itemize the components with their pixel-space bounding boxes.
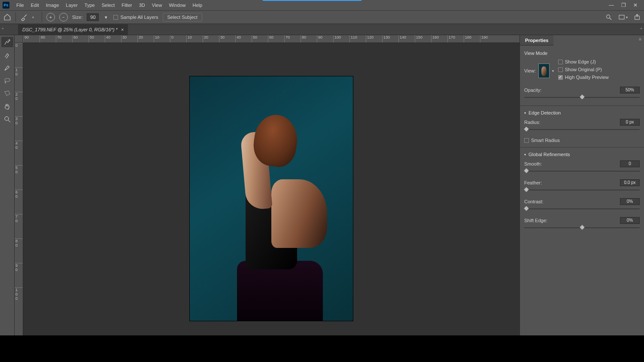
menu-3d[interactable]: 3D [136, 3, 149, 8]
svg-point-5 [5, 117, 9, 121]
view-dropdown-icon[interactable]: ▾ [552, 69, 554, 73]
shift-edge-slider[interactable] [524, 226, 640, 230]
radius-label: Radius: [524, 120, 540, 125]
select-subject-button[interactable]: Select Subject [163, 13, 202, 21]
size-dropdown-icon[interactable]: ▾ [103, 13, 109, 21]
document-tab[interactable]: DSC_1799.NEF @ 25% (Layer 0, RGB/16*) * … [18, 24, 128, 35]
global-refinements-section[interactable]: ▾Global Refinements [524, 152, 640, 157]
smart-radius-label: Smart Radius [531, 138, 560, 143]
show-edge-label: Show Edge (J) [565, 59, 596, 64]
show-original-checkbox[interactable]: Show Original (P) [558, 67, 640, 72]
svg-point-0 [607, 15, 610, 18]
properties-panel: ≡ Properties View Mode View: ▾ Show Edge… [519, 35, 644, 362]
hq-preview-label: High Quality Preview [565, 75, 609, 80]
bottom-strip [0, 335, 644, 362]
menu-image[interactable]: Image [43, 3, 63, 8]
feather-value[interactable]: 0.0 px [620, 179, 640, 186]
smooth-value[interactable]: 0 [620, 160, 640, 167]
sample-all-layers-label: Sample All Layers [120, 15, 158, 20]
smooth-slider[interactable] [524, 169, 640, 173]
progress-indicator [263, 0, 361, 1]
smart-radius-checkbox[interactable]: Smart Radius [524, 138, 640, 143]
hq-preview-checkbox[interactable]: High Quality Preview [558, 75, 640, 80]
shift-edge-label: Shift Edge: [524, 218, 547, 223]
show-original-label: Show Original (P) [565, 67, 602, 72]
menu-view[interactable]: View [149, 3, 166, 8]
contrast-slider[interactable] [524, 207, 640, 211]
brush-tool[interactable] [1, 63, 13, 73]
menu-select[interactable]: Select [98, 3, 118, 8]
window-minimize[interactable]: — [605, 2, 617, 8]
image-preview [190, 76, 353, 321]
screen-mode-dropdown-icon[interactable]: ▾ [626, 15, 628, 19]
opacity-label: Opacity: [524, 87, 541, 93]
canvas[interactable] [23, 43, 519, 354]
view-mode-section: View Mode [524, 51, 640, 56]
sample-all-layers-checkbox[interactable]: Sample All Layers [113, 15, 158, 20]
menu-help[interactable]: Help [189, 3, 206, 8]
screen-mode-icon[interactable] [618, 14, 625, 21]
menu-window[interactable]: Window [165, 3, 189, 8]
feather-slider[interactable] [524, 188, 640, 192]
brush-mode-icon[interactable] [20, 13, 28, 21]
panel-menu-icon[interactable]: ≡ [639, 37, 641, 42]
view-label: View: [524, 68, 536, 73]
opacity-value[interactable]: 50% [620, 87, 640, 94]
quick-selection-tool[interactable] [1, 37, 13, 47]
shift-edge-value[interactable]: 0% [620, 217, 640, 224]
menu-filter[interactable]: Filter [118, 3, 135, 8]
document-tab-title: DSC_1799.NEF @ 25% (Layer 0, RGB/16*) * [22, 27, 118, 32]
ruler-horizontal[interactable]: 9080706050403020100102030405060708090100… [23, 35, 519, 43]
lasso-tool[interactable] [1, 75, 13, 86]
menu-edit[interactable]: Edit [27, 3, 43, 8]
subtract-from-selection-icon[interactable]: − [59, 13, 68, 21]
radius-slider[interactable] [524, 127, 640, 132]
polygonal-lasso-tool[interactable] [1, 88, 13, 99]
size-label: Size: [72, 15, 82, 20]
share-icon[interactable] [634, 14, 641, 21]
menu-file[interactable]: File [13, 3, 27, 8]
document-tab-bar: » DSC_1799.NEF @ 25% (Layer 0, RGB/16*) … [0, 24, 644, 35]
svg-point-4 [5, 78, 10, 82]
app-icon: Ps [3, 2, 9, 9]
smooth-label: Smooth: [524, 161, 542, 166]
expand-left-icon[interactable]: » [2, 27, 3, 30]
properties-tab[interactable]: Properties [520, 35, 553, 45]
ruler-origin[interactable] [15, 35, 23, 43]
brush-dropdown-icon[interactable]: ▾ [32, 15, 37, 19]
menu-layer[interactable]: Layer [62, 3, 81, 8]
options-bar: ▾ + − Size: ▾ Sample All Layers Select S… [0, 10, 644, 24]
svg-rect-1 [619, 15, 624, 19]
contrast-value[interactable]: 0% [620, 198, 640, 205]
opacity-slider[interactable] [524, 95, 640, 100]
search-icon[interactable] [605, 14, 612, 21]
refine-edge-brush-tool[interactable] [1, 50, 13, 60]
zoom-tool[interactable] [1, 114, 13, 124]
contrast-label: Contrast: [524, 199, 544, 204]
menu-bar: Ps File Edit Image Layer Type Select Fil… [0, 0, 644, 10]
size-input[interactable] [87, 13, 99, 21]
canvas-area: 9080706050403020100102030405060708090100… [15, 35, 519, 362]
home-icon[interactable] [3, 13, 11, 21]
edge-detection-section[interactable]: ▾Edge Detection [524, 110, 640, 115]
feather-label: Feather: [524, 180, 542, 185]
menu-type[interactable]: Type [81, 3, 98, 8]
window-close[interactable]: ✕ [629, 2, 641, 8]
add-to-selection-icon[interactable]: + [46, 13, 55, 21]
view-thumbnail[interactable] [538, 63, 550, 78]
radius-value[interactable]: 0 px [620, 119, 640, 126]
close-tab-icon[interactable]: × [121, 27, 124, 32]
window-maximize[interactable]: ❐ [617, 2, 629, 8]
tool-strip [0, 35, 15, 362]
show-edge-checkbox[interactable]: Show Edge (J) [558, 59, 640, 64]
collapse-right-icon[interactable]: « [641, 27, 642, 30]
ruler-vertical[interactable]: 0102030405060708090100 [15, 43, 23, 354]
hand-tool[interactable] [1, 101, 13, 112]
